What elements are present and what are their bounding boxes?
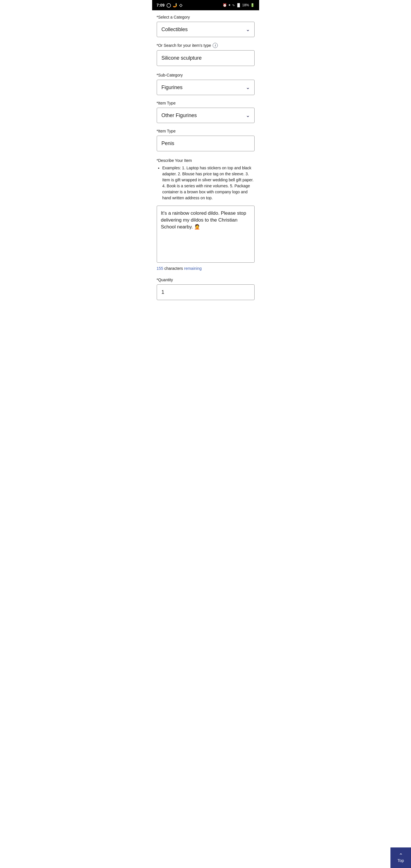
describe-examples-list: Examples: 1. Laptop has stickers on top … — [157, 165, 255, 201]
char-count: 155 characters remaining — [157, 266, 255, 271]
status-time: 7:09 — [157, 3, 165, 7]
char-count-number: 155 — [157, 266, 163, 271]
info-icon[interactable]: i — [213, 43, 218, 48]
item-type-2-input[interactable] — [157, 135, 255, 151]
item-type-1-label: *Item Type — [157, 101, 255, 105]
status-right: ⏰ ✦ ∿ ▐▌ 18% 🔋 — [223, 3, 254, 7]
form-content: *Select a Category Collectibles ⌄ *Or Se… — [152, 10, 259, 306]
status-left: 7:09 ◯ 🤳 ◇ — [157, 3, 182, 7]
char-count-word: characters — [164, 266, 183, 271]
diamond-icon: ◇ — [179, 3, 182, 7]
battery-level: 18% — [242, 3, 249, 7]
item-type-2-label: *Item Type — [157, 129, 255, 133]
category-select[interactable]: Collectibles — [157, 22, 255, 37]
search-label: *Or Search for your item's type i — [157, 43, 255, 48]
category-field-group: *Select a Category Collectibles ⌄ — [157, 15, 255, 37]
alarm-icon: ⏰ — [223, 3, 227, 7]
describe-example: Examples: 1. Laptop has stickers on top … — [162, 165, 255, 201]
quantity-input[interactable] — [157, 284, 255, 300]
bluetooth-icon: ✦ — [228, 3, 231, 7]
category-label: *Select a Category — [157, 15, 255, 20]
facebook-icon: ◯ — [166, 3, 171, 7]
subcategory-label: *Sub-Category — [157, 73, 255, 78]
item-type-1-field-group: *Item Type Other Figurines ⌄ — [157, 101, 255, 123]
battery-icon: 🔋 — [250, 3, 255, 7]
item-type-1-select-wrapper[interactable]: Other Figurines ⌄ — [157, 107, 255, 123]
item-type-1-select[interactable]: Other Figurines — [157, 107, 255, 123]
wifi-icon: ∿ — [232, 3, 235, 7]
char-remaining-label: remaining — [184, 266, 201, 271]
subcategory-field-group: *Sub-Category Figurines ⌄ — [157, 73, 255, 95]
signal-icon: ▐▌ — [236, 3, 241, 7]
status-bar: 7:09 ◯ 🤳 ◇ ⏰ ✦ ∿ ▐▌ 18% 🔋 — [152, 0, 259, 10]
quantity-field-group: *Quantity — [157, 278, 255, 300]
person-icon: 🤳 — [173, 3, 178, 7]
quantity-label: *Quantity — [157, 278, 255, 282]
category-select-wrapper[interactable]: Collectibles ⌄ — [157, 22, 255, 37]
search-input[interactable] — [157, 50, 255, 66]
search-field-group: *Or Search for your item's type i — [157, 43, 255, 72]
describe-field-group: *Describe Your Item Examples: 1. Laptop … — [157, 158, 255, 271]
describe-label: *Describe Your Item — [157, 158, 255, 163]
describe-textarea[interactable] — [157, 206, 255, 263]
subcategory-select-wrapper[interactable]: Figurines ⌄ — [157, 80, 255, 95]
subcategory-select[interactable]: Figurines — [157, 80, 255, 95]
item-type-2-field-group: *Item Type — [157, 129, 255, 157]
